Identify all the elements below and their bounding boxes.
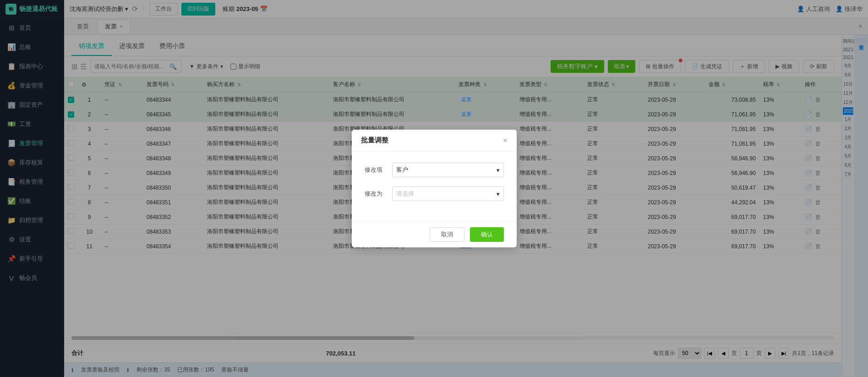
modal-header: 批量调整 × [352,130,517,152]
field-select-value: 客户 [396,166,408,174]
cancel-button[interactable]: 取消 [430,227,464,242]
modal-overlay: 批量调整 × 修改项 客户 ▾ 修改为 请选择 ▾ 取消 确认 [0,0,868,377]
batch-adjust-modal: 批量调整 × 修改项 客户 ▾ 修改为 请选择 ▾ 取消 确认 [352,130,517,247]
modal-close-button[interactable]: × [503,137,507,145]
field-select-arrow: ▾ [497,167,500,174]
value-select[interactable]: 请选择 ▾ [392,186,504,201]
form-row-value: 修改为 请选择 ▾ [365,186,504,201]
value-select-placeholder: 请选择 [396,190,414,198]
confirm-button[interactable]: 确认 [470,227,504,242]
modal-title: 批量调整 [361,136,388,145]
field-select[interactable]: 客户 ▾ [392,163,504,177]
modal-footer: 取消 确认 [352,221,517,247]
form-row-field: 修改项 客户 ▾ [365,163,504,177]
value-label: 修改为 [365,190,392,198]
modal-body: 修改项 客户 ▾ 修改为 请选择 ▾ [352,152,517,221]
value-select-arrow: ▾ [497,191,500,197]
field-label: 修改项 [365,166,392,174]
